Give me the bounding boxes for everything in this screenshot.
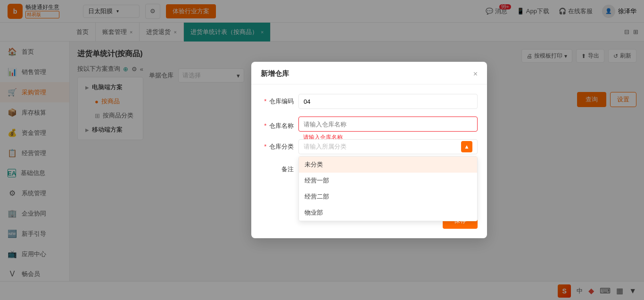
modal-header: 新增仓库 × [251, 62, 487, 84]
name-label: * 仓库名称 [261, 118, 298, 130]
warehouse-name-row: * 仓库名称 请输入仓库名称 [261, 117, 478, 132]
warehouse-code-input[interactable] [298, 94, 478, 109]
category-dropdown-trigger[interactable]: 请输入所属分类 ▲ [298, 139, 478, 154]
note-label: 备注 [261, 162, 298, 174]
dropdown-item-ops1[interactable]: 经营一部 [299, 173, 477, 189]
add-warehouse-modal: 新增仓库 × * 仓库编码 * 仓库名称 请输入仓库名称 [251, 62, 487, 238]
modal-body: * 仓库编码 * 仓库名称 请输入仓库名称 * 仓库分类 [251, 84, 487, 207]
category-wrapper: 请输入所属分类 ▲ 未分类 经营一部 经营二部 物业部 [298, 139, 478, 154]
code-label: * 仓库编码 [261, 94, 298, 106]
modal-title: 新增仓库 [261, 69, 289, 78]
category-placeholder: 请输入所属分类 [304, 142, 347, 151]
warehouse-code-row: * 仓库编码 [261, 94, 478, 109]
dropdown-item-property[interactable]: 物业部 [299, 205, 477, 221]
dropdown-item-ops2[interactable]: 经营二部 [299, 189, 477, 205]
warehouse-name-input[interactable] [298, 117, 478, 132]
warehouse-category-row: * 仓库分类 请输入所属分类 ▲ 未分类 经营一部 经营二部 [261, 139, 478, 154]
modal-close-button[interactable]: × [473, 70, 478, 78]
dropdown-up-arrow: ▲ [461, 141, 472, 152]
required-star: * [264, 98, 266, 105]
category-dropdown-menu: 未分类 经营一部 经营二部 物业部 [298, 156, 478, 221]
dropdown-item-uncategorized[interactable]: 未分类 [299, 157, 477, 173]
category-label: * 仓库分类 [261, 139, 298, 151]
